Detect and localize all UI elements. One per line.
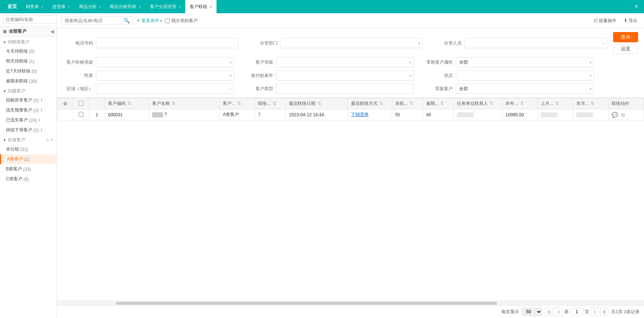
unit-contact-column-header[interactable]: 往来单位联系人 ⇅ [454,98,502,109]
export-button[interactable]: ⬆ 导出 [622,17,640,25]
per-page-select[interactable]: 50 100 200 [522,308,542,316]
table-scroll[interactable]: ⚙ 客户编码 ⇅ 客户名称 ⇅ [57,98,644,301]
problem-customers-group-title[interactable]: ▼ 问题客户 [0,86,57,95]
contact-icon[interactable]: 💬 [612,112,618,118]
name-column-header[interactable]: 客户名称 ⇅ [149,98,219,109]
page-input[interactable] [570,308,583,315]
sidebar-item-today-contact[interactable]: 今天待联络(0) [0,46,57,56]
retail-attr-field: 零散客户属性 全部 ▾ [414,57,594,67]
nature-input[interactable]: ▾ [96,70,234,81]
next-page-button[interactable]: ⟩ [591,308,599,316]
sidebar-item-overdue-contact[interactable]: 逾期未联络(30) [0,76,57,86]
sidebar-item-ungrouped[interactable]: 未分组(32) [0,144,57,154]
sort-icon-nocontact: ⇅ [409,101,413,106]
nav-goods-analysis[interactable]: 商品分析 × [75,0,105,13]
last-contact-date-column-header[interactable]: 最后联络日期 ⇅ [286,98,348,109]
sidebar-item-churned[interactable]: 已流失客户(24) ℹ [0,115,57,125]
sidebar-item-churn-warning[interactable]: 流失预警客户(3) ℹ [0,105,57,115]
edit-icon[interactable]: ✎ [50,138,54,142]
sidebar-all-customers-header[interactable]: ⊞ 全部客户 ◀ [0,26,57,37]
phone-input[interactable] [96,38,239,48]
refresh-icon[interactable]: ↻ [46,138,49,142]
overdue-column-header[interactable]: 逾期... ⇅ [423,98,454,109]
gear-column-header[interactable]: ⚙ [57,98,73,109]
table-area: ⚙ 客户编码 ⇅ 客户名称 ⇅ [57,98,644,318]
batch-icon: ☑ [594,18,598,23]
nature-field: 性质 ▾ [63,70,234,81]
sidebar-item-a-class[interactable]: A类客户(1) [0,154,57,164]
last-contact-method-column-header[interactable]: 最后联络方式 ⇅ [348,98,392,109]
sidebar-collapse-button[interactable]: ◀ [50,29,54,34]
manager-input[interactable]: ··· [465,38,607,48]
sidebar-item-declining[interactable]: 持续下滑客户(2) ℹ [0,125,57,135]
total-records-label: 共1页 1条记录 [611,309,640,315]
first-page-button[interactable]: ⟨⟨ [545,308,553,316]
nav-purchase[interactable]: 进货单 × [48,0,74,13]
close-goods-list-tab[interactable]: × [139,4,141,9]
sidebar-search-input[interactable] [3,15,57,24]
sort-icon-code: ⇅ [128,101,131,106]
dept-input[interactable]: ▾ [280,38,423,48]
price-grade-input[interactable]: ▾ [96,57,234,67]
retail-customer-label: 零散客户 [423,86,456,92]
row-code[interactable]: 000031 [105,109,149,120]
sidebar-item-7days-contact[interactable]: 近7天待联络(0) [0,66,57,76]
prev-page-button[interactable]: ⟨ [555,308,563,316]
close-customer-contact-tab[interactable]: × [210,4,212,9]
nav-customer-contact[interactable]: 客户联络 × [185,0,216,13]
customer-type-column-header[interactable]: 客户... ⇅ [220,98,255,109]
row-select-checkbox[interactable] [79,112,83,117]
retail-attr-input[interactable]: 全部 ▾ [456,57,594,67]
nav-customer-segment[interactable]: 客户分层经营 × [146,0,185,13]
close-sales-tab[interactable]: × [41,4,43,9]
toolbar-right: ☑ 批量操作 ⬆ 导出 [591,17,640,25]
chevron-down-icon-payment: ▾ [409,74,411,78]
customer-type-input[interactable] [276,84,414,94]
horizontal-scrollbar[interactable] [57,301,644,305]
main-search-input[interactable] [65,18,124,23]
payment-input[interactable]: ▾ [276,70,414,81]
no-contact-column-header[interactable]: 未联... ⇅ [392,98,423,109]
query-button[interactable]: 查询 [613,32,638,42]
sidebar-item-b-class[interactable]: B类客户(33) [0,164,57,174]
this-month-column-header[interactable]: 本月... ⇅ [573,98,608,109]
main-layout: 🔍 ⊞ 全部客户 ◀ ▼ 待联络客户 今天待联络(0) 明天待联络(1) 近7天… [0,13,644,318]
last-month-column-header[interactable]: 上月... ⇅ [538,98,573,109]
row-contact-count: 7 [255,109,286,120]
chevron-down-icon-nature: ▾ [230,74,232,78]
more-filter-button[interactable]: ▼ 更多条件 ▾ [136,18,162,24]
close-purchase-tab[interactable]: × [68,4,70,9]
nav-sales[interactable]: 销售单 × [21,0,48,13]
customer-grade-label: 客户等级 [243,59,276,66]
contact-column-header[interactable]: 联络... ⇅ [255,98,286,109]
nav-goods-list[interactable]: 商品分析列表 × [105,0,145,13]
row-overdue-days: 48 [423,109,454,120]
customer-grade-input[interactable]: ▾ [276,57,414,67]
my-customers-check[interactable] [165,18,170,23]
more-action-icon[interactable]: ⊞ [621,112,625,118]
retail-customer-input[interactable]: 全部 ▾ [456,84,594,94]
code-column-header[interactable]: 客户编码 ⇅ [105,98,149,109]
nav-home[interactable]: 首页 [3,0,21,13]
close-all-button[interactable]: × [632,3,641,10]
last-page-button[interactable]: ⟩⟩ [600,308,608,316]
filter-row-3: 性质 ▾ 收付款条件 ▾ 状态 ▾ [63,70,638,81]
row-last-contact-method[interactable]: 下销货单 [348,109,392,120]
sidebar-item-c-class[interactable]: C类客户(6) [0,174,57,184]
this-year-column-header[interactable]: 本年... ⇅ [502,98,538,109]
close-customer-segment-tab[interactable]: × [179,4,181,9]
sidebar-item-abnormal-repurchase[interactable]: 回购异常客户(2) ℹ [0,95,57,105]
close-goods-analysis-tab[interactable]: × [99,4,101,9]
search-icon[interactable]: 🔍 [124,18,130,24]
status-input[interactable]: ▾ [456,70,594,81]
page-label: 第 [564,309,569,315]
region-input[interactable]: ··· [96,84,234,94]
batch-operation-button[interactable]: ☑ 批量操作 [591,17,619,25]
select-all-checkbox[interactable] [79,101,83,106]
pending-contact-group-title[interactable]: ▼ 待联络客户 [0,37,57,46]
status-label: 状态 [423,73,456,79]
value-customers-group-title[interactable]: ▼ 价值客户 ↻ ✎ [0,135,57,144]
sidebar-item-tomorrow-contact[interactable]: 明天待联络(1) [0,56,57,66]
manager-field: 分管人员 ··· [423,38,607,48]
settings-button[interactable]: 设置 [613,44,638,54]
